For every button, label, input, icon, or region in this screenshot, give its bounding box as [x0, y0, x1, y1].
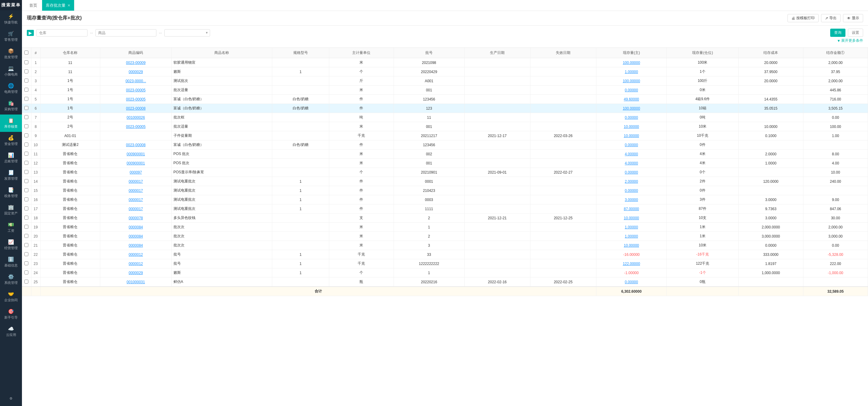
cell-qty-main[interactable]: 4.00000 [596, 149, 667, 159]
row-checkbox[interactable] [24, 216, 28, 219]
product-code-link[interactable]: 0023-0000... [126, 79, 146, 83]
cell-qty-main[interactable]: 4.00000 [596, 159, 667, 168]
warehouse-input[interactable] [36, 29, 88, 37]
product-code-link[interactable]: 0000012 [129, 252, 143, 257]
tab-close-icon[interactable]: ✕ [67, 3, 70, 8]
cell-qty-main[interactable]: 0.00000 [596, 277, 667, 287]
cell-checkbox[interactable] [22, 140, 31, 149]
tab-home[interactable]: 首页 [24, 0, 42, 11]
print-template-button[interactable]: 🖨 按模板打印 [787, 14, 818, 22]
product-code-link[interactable]: 000900001 [126, 161, 145, 165]
sidebar-item-ecommerce[interactable]: 🌐 电商管理 [0, 80, 22, 97]
sidebar-logo[interactable]: 搜索菜单 [0, 0, 22, 10]
cell-qty-main[interactable]: -1.00000 [596, 268, 667, 277]
sidebar-item-summary[interactable]: 📊 总账管理 [0, 149, 22, 167]
sidebar-item-base-info[interactable]: ℹ️ 基础信息 [0, 253, 22, 271]
cell-checkbox[interactable] [22, 250, 31, 259]
category-select[interactable] [164, 29, 210, 37]
cell-qty-main[interactable]: 49.60000 [596, 95, 667, 104]
cell-qty-main[interactable]: 10.00000 [596, 122, 667, 131]
cell-checkbox[interactable] [22, 223, 31, 232]
cell-qty-main[interactable]: 0.00000 [596, 113, 667, 122]
row-checkbox[interactable] [24, 106, 28, 110]
row-checkbox[interactable] [24, 97, 28, 101]
product-code-link[interactable]: 0023-00005 [126, 97, 146, 101]
cell-checkbox[interactable] [22, 95, 31, 104]
cell-qty-main[interactable]: 10.00000 [596, 241, 667, 250]
sidebar-item-inventory[interactable]: 📋 库存核查 [0, 114, 22, 132]
cell-qty-main[interactable]: 1.00000 [596, 67, 667, 76]
cell-checkbox[interactable] [22, 149, 31, 159]
row-checkbox[interactable] [24, 188, 28, 192]
tab-inventory-batch[interactable]: 库存批次量 ✕ [42, 0, 74, 11]
product-code-link[interactable]: 0000029 [129, 271, 143, 275]
sidebar-item-finance[interactable]: 💰 资金管理 [0, 132, 22, 149]
cell-checkbox[interactable] [22, 277, 31, 287]
cell-checkbox[interactable] [22, 131, 31, 140]
settings-button[interactable]: 设置 [848, 29, 863, 37]
cell-checkbox[interactable] [22, 159, 31, 168]
product-code-link[interactable]: 0000084 [129, 234, 143, 238]
cell-qty-main[interactable]: 2.00000 [596, 177, 667, 186]
row-checkbox[interactable] [24, 133, 28, 137]
cell-qty-main[interactable]: 1.00000 [596, 232, 667, 241]
cell-checkbox[interactable] [22, 58, 31, 67]
cell-qty-main[interactable]: 10.00000 [596, 131, 667, 140]
row-checkbox[interactable] [24, 170, 28, 174]
sidebar-item-fixed-assets[interactable]: 🏢 固定资产 [0, 201, 22, 219]
product-code-link[interactable]: 0000017 [129, 179, 143, 184]
sidebar-item-payroll[interactable]: 💵 工资 [0, 219, 22, 236]
cell-qty-main[interactable]: 100.00000 [596, 104, 667, 113]
cell-qty-main[interactable]: -16.00000 [596, 250, 667, 259]
row-checkbox[interactable] [24, 152, 28, 156]
sidebar-item-tax[interactable]: 📑 税务管理 [0, 184, 22, 201]
product-code-link[interactable]: 0000084 [129, 243, 143, 248]
row-checkbox[interactable] [24, 270, 28, 274]
cell-qty-main[interactable]: 3.00000 [596, 195, 667, 204]
cell-checkbox[interactable] [22, 86, 31, 95]
row-checkbox[interactable] [24, 161, 28, 165]
cell-qty-main[interactable]: 0.00000 [596, 186, 667, 195]
product-code-link[interactable]: 0000084 [129, 225, 143, 229]
product-code-link[interactable]: 0023-00005 [126, 125, 146, 129]
row-checkbox[interactable] [24, 60, 28, 64]
row-checkbox[interactable] [24, 197, 28, 201]
sidebar-item-sys-mgmt[interactable]: ⚙️ 系统管理 [0, 271, 22, 288]
product-code-link[interactable]: 001000026 [126, 115, 145, 120]
cell-qty-main[interactable]: 100.00000 [596, 58, 667, 67]
cell-qty-main[interactable]: 100.00000 [596, 76, 667, 86]
sidebar-item-new-guide[interactable]: 🎯 新手引导 [0, 305, 22, 323]
product-code-link[interactable]: 0000017 [129, 198, 143, 202]
cell-qty-main[interactable]: 10.00000 [596, 213, 667, 223]
row-checkbox[interactable] [24, 261, 28, 265]
product-code-link[interactable]: 0023-00009 [126, 61, 146, 65]
cell-checkbox[interactable] [22, 104, 31, 113]
cell-checkbox[interactable] [22, 168, 31, 177]
cell-checkbox[interactable] [22, 113, 31, 122]
product-code-link[interactable]: 0000012 [129, 262, 143, 266]
product-code-link[interactable]: 0023-00005 [126, 88, 146, 92]
row-checkbox[interactable] [24, 234, 28, 238]
sidebar-item-enterprise[interactable]: 🤝 企业协同 [0, 288, 22, 305]
cell-checkbox[interactable] [22, 186, 31, 195]
sidebar-item-purchase[interactable]: 🛍️ 采购管理 [0, 97, 22, 114]
data-table-container[interactable]: # 仓库名称 商品编码 商品名称 规格型号 主计量单位 批号 生产日期 失效日期… [22, 48, 868, 406]
cell-qty-main[interactable]: 0.00000 [596, 140, 667, 149]
display-button[interactable]: 👁 显示 [843, 14, 863, 22]
filter-nav-arrow[interactable]: ▶ [27, 30, 34, 36]
cell-qty-main[interactable]: 122.00000 [596, 259, 667, 268]
product-code-link[interactable]: 0000078 [129, 216, 143, 220]
cell-qty-main[interactable]: 1.00000 [596, 223, 667, 232]
row-checkbox[interactable] [24, 225, 28, 229]
product-code-link[interactable]: 0023-00008 [126, 106, 146, 110]
product-code-link[interactable]: 0000029 [129, 70, 143, 74]
product-code-link[interactable]: 000900001 [126, 152, 145, 156]
cell-checkbox[interactable] [22, 177, 31, 186]
cell-checkbox[interactable] [22, 122, 31, 131]
cell-checkbox[interactable] [22, 259, 31, 268]
cell-checkbox[interactable] [22, 232, 31, 241]
row-checkbox[interactable] [24, 142, 28, 146]
row-checkbox[interactable] [24, 69, 28, 73]
row-checkbox[interactable] [24, 280, 28, 283]
sidebar-item-quick-nav[interactable]: ⚡ 快捷导航 [0, 10, 22, 28]
